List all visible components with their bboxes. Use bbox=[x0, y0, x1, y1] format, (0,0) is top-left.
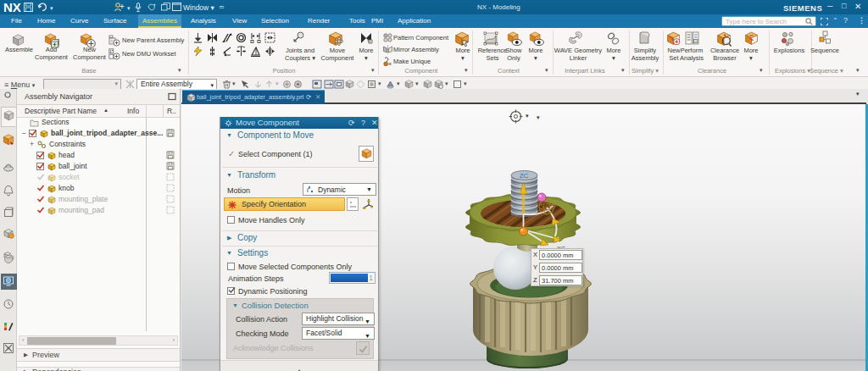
svg-text:ZC: ZC bbox=[520, 172, 529, 180]
